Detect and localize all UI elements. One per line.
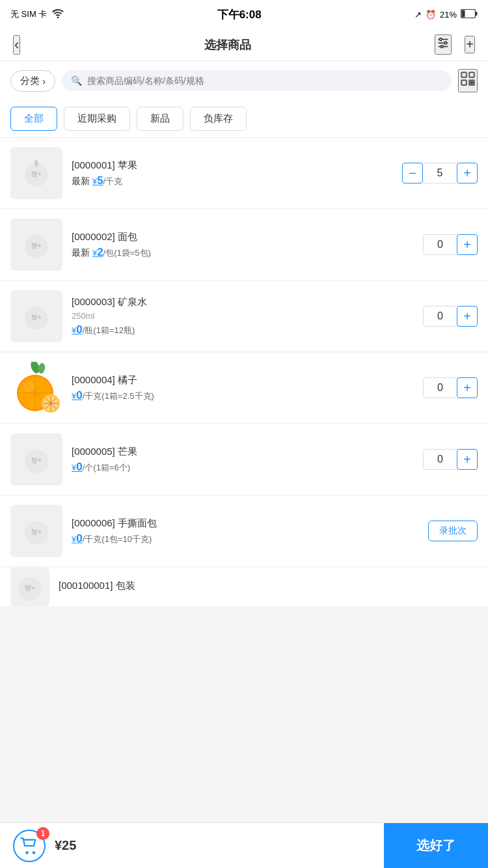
alarm-icon: ⏰ bbox=[426, 10, 436, 20]
product-name: [0000003] 矿泉水 bbox=[72, 296, 414, 308]
quantity-control-0000001: − + bbox=[402, 163, 478, 183]
svg-text:智+: 智+ bbox=[31, 242, 42, 249]
list-item: 智+ [0000001] 苹果 最新 ¥5/千克 − + bbox=[0, 138, 488, 208]
scan-button[interactable] bbox=[458, 69, 478, 92]
qty-increase-button[interactable]: + bbox=[457, 306, 478, 327]
product-price: ¥0/个(1箱=6个) bbox=[72, 461, 414, 474]
quantity-control-0000004: + bbox=[423, 377, 478, 398]
svg-text:智+: 智+ bbox=[31, 528, 42, 536]
qty-input[interactable] bbox=[423, 377, 457, 398]
price-label: 最新 bbox=[72, 176, 90, 186]
svg-rect-12 bbox=[469, 80, 471, 82]
tab-negative[interactable]: 负库存 bbox=[190, 107, 247, 131]
product-info-0000002: [0000002] 面包 最新 ¥2/包(1袋=5包) bbox=[72, 231, 414, 259]
price-value: 0 bbox=[76, 389, 82, 401]
cart-button[interactable]: 1 bbox=[13, 830, 46, 862]
svg-rect-1 bbox=[476, 12, 478, 16]
product-info-partial: [000100001] 包装 bbox=[59, 580, 478, 595]
nav-left: ‹ bbox=[13, 35, 20, 55]
quantity-control-0000005: + bbox=[423, 449, 478, 470]
product-info-0000003: [0000003] 矿泉水 250ml ¥0/瓶(1箱=12瓶) bbox=[72, 296, 414, 336]
svg-text:智+: 智+ bbox=[25, 584, 35, 591]
price-unit: /包(1袋=5包) bbox=[103, 248, 151, 258]
status-bar: 无 SIM 卡 下午6:08 ↗ ⏰ 21% bbox=[0, 0, 488, 29]
svg-rect-15 bbox=[472, 83, 474, 85]
svg-point-42 bbox=[33, 851, 36, 854]
list-item: 智+ [0000006] 手撕面包 ¥0/千克(1包=10千克) 录批次 bbox=[0, 496, 488, 566]
product-price: ¥0/瓶(1箱=12瓶) bbox=[72, 323, 414, 336]
svg-rect-14 bbox=[469, 83, 471, 85]
svg-rect-9 bbox=[461, 72, 467, 77]
confirm-button[interactable]: 选好了 bbox=[384, 823, 488, 869]
category-label: 分类 bbox=[20, 75, 40, 87]
qty-input[interactable] bbox=[423, 163, 457, 183]
location-icon: ↗ bbox=[414, 10, 422, 20]
product-image-0000006: 智+ bbox=[10, 505, 62, 557]
product-image-0000005: 智+ bbox=[10, 433, 62, 485]
wifi-icon bbox=[52, 9, 64, 20]
price-unit: /千克(1箱=2.5千克) bbox=[83, 391, 154, 401]
quantity-control-0000002: + bbox=[423, 234, 478, 255]
qty-increase-button[interactable]: + bbox=[457, 449, 478, 470]
tab-recent[interactable]: 近期采购 bbox=[64, 107, 130, 131]
product-name: [0000006] 手撕面包 bbox=[72, 517, 419, 530]
product-name: [0000004] 橘子 bbox=[72, 374, 414, 387]
qty-input[interactable] bbox=[423, 306, 457, 327]
price-value: 2 bbox=[97, 246, 103, 258]
list-item: [0000004] 橘子 ¥0/千克(1箱=2.5千克) + bbox=[0, 353, 488, 423]
category-button[interactable]: 分类 › bbox=[10, 70, 55, 92]
product-spec: 250ml bbox=[72, 311, 414, 321]
nav-right: + bbox=[435, 34, 475, 55]
back-button[interactable]: ‹ bbox=[13, 35, 20, 55]
cart-badge: 1 bbox=[36, 827, 49, 840]
qty-input[interactable] bbox=[423, 234, 457, 255]
product-list: 智+ [0000001] 苹果 最新 ¥5/千克 − + 智+ [0000002… bbox=[0, 138, 488, 653]
add-button[interactable]: + bbox=[465, 36, 475, 53]
price-value: 0 bbox=[76, 461, 82, 473]
filter-icon-button[interactable] bbox=[435, 34, 452, 55]
product-info-0000006: [0000006] 手撕面包 ¥0/千克(1包=10千克) bbox=[72, 517, 419, 545]
batch-button[interactable]: 录批次 bbox=[428, 521, 478, 541]
product-name: [0000005] 芒果 bbox=[72, 446, 414, 458]
product-price: ¥0/千克(1包=10千克) bbox=[72, 532, 419, 545]
svg-point-6 bbox=[440, 38, 442, 41]
tab-bar: 全部 近期采购 新品 负库存 bbox=[0, 100, 488, 138]
search-box: 🔍 bbox=[62, 70, 452, 91]
product-name: [0000002] 面包 bbox=[72, 231, 414, 243]
price-unit: /千克 bbox=[103, 176, 123, 186]
price-value: 0 bbox=[76, 323, 82, 336]
qty-input[interactable] bbox=[423, 449, 457, 470]
product-info-0000005: [0000005] 芒果 ¥0/个(1箱=6个) bbox=[72, 446, 414, 474]
category-chevron-icon: › bbox=[42, 75, 46, 87]
svg-text:智+: 智+ bbox=[31, 314, 42, 321]
product-info-0000001: [0000001] 苹果 最新 ¥5/千克 bbox=[72, 159, 393, 187]
qty-increase-button[interactable]: + bbox=[457, 163, 478, 183]
search-input[interactable] bbox=[87, 75, 442, 86]
product-price: ¥0/千克(1箱=2.5千克) bbox=[72, 389, 414, 402]
status-right: ↗ ⏰ 21% bbox=[414, 9, 478, 20]
product-price: 最新 ¥2/包(1袋=5包) bbox=[72, 246, 414, 259]
price-label: 最新 bbox=[72, 247, 90, 258]
product-image-0000004 bbox=[10, 362, 62, 414]
price-unit: /千克(1包=10千克) bbox=[83, 534, 152, 544]
tab-all[interactable]: 全部 bbox=[10, 107, 57, 131]
battery-text: 21% bbox=[440, 10, 457, 20]
qty-increase-button[interactable]: + bbox=[457, 234, 478, 255]
batch-control-0000006: 录批次 bbox=[428, 521, 478, 541]
product-price: 最新 ¥5/千克 bbox=[72, 174, 393, 187]
battery-icon bbox=[461, 9, 478, 20]
product-image-partial: 智+ bbox=[10, 567, 49, 606]
svg-point-8 bbox=[441, 46, 444, 48]
qty-increase-button[interactable]: + bbox=[457, 377, 478, 398]
list-item: 智+ [0000005] 芒果 ¥0/个(1箱=6个) + bbox=[0, 424, 488, 495]
tab-new[interactable]: 新品 bbox=[137, 107, 183, 131]
svg-point-41 bbox=[25, 851, 29, 854]
product-image-0000001: 智+ bbox=[10, 147, 62, 199]
price-value: 0 bbox=[76, 532, 82, 545]
qty-decrease-button[interactable]: − bbox=[402, 163, 423, 183]
product-name: [000100001] 包装 bbox=[59, 580, 478, 592]
list-item: 智+ [0000003] 矿泉水 250ml ¥0/瓶(1箱=12瓶) + bbox=[0, 281, 488, 351]
svg-rect-10 bbox=[469, 72, 474, 77]
price-unit: /瓶(1箱=12瓶) bbox=[83, 325, 135, 335]
svg-text:智+: 智+ bbox=[31, 170, 42, 178]
